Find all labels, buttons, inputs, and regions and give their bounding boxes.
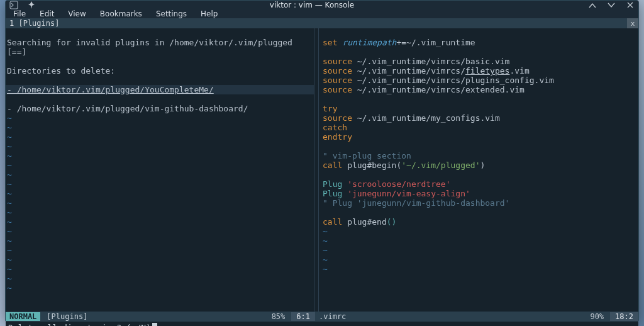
tilde: ~ bbox=[323, 245, 328, 255]
kw-call: call bbox=[323, 160, 342, 170]
tilde: ~ bbox=[7, 123, 12, 132]
right-cursor-pos: 18:2 bbox=[610, 312, 638, 321]
tilde: ~ bbox=[323, 236, 328, 245]
paren-close: ) bbox=[480, 160, 485, 170]
kw-source: source bbox=[323, 57, 352, 66]
menubar: File Edit View Bookmarks Settings Help bbox=[6, 9, 638, 18]
src-ft-c: .vim bbox=[509, 66, 529, 76]
tilde: ~ bbox=[7, 198, 12, 208]
src-mycfg: ~/.vim_runtime/my_configs.vim bbox=[352, 113, 500, 123]
src-plugcfg: ~/.vim_runtime/vimrcs/plugins_config.vim bbox=[352, 76, 554, 85]
rtp-rest: +=~/.vim_runtime bbox=[396, 38, 475, 47]
menu-help[interactable]: Help bbox=[201, 9, 218, 18]
paren-plugend: () bbox=[387, 217, 397, 227]
app-logo-icon bbox=[9, 1, 18, 9]
menu-edit[interactable]: Edit bbox=[40, 9, 54, 18]
comment-vimplug: " vim-plug section bbox=[323, 151, 411, 160]
tilde: ~ bbox=[7, 151, 12, 160]
mode-indicator: NORMAL bbox=[6, 312, 40, 321]
left-cursor-pos: 6:1 bbox=[291, 312, 315, 321]
pc-line-search: Searching for invalid plugins in /home/v… bbox=[7, 38, 292, 47]
window-title: viktor : vim — Konsole bbox=[36, 1, 588, 9]
src-basic: ~/.vim_runtime/vimrcs/basic.vim bbox=[352, 57, 509, 66]
menu-file[interactable]: File bbox=[13, 9, 26, 18]
tilde: ~ bbox=[7, 132, 12, 142]
vertical-split-bar[interactable] bbox=[314, 28, 319, 312]
str-nerdtree: 'scrooloose/nerdtree' bbox=[347, 179, 450, 189]
konsole-window: viktor : vim — Konsole File Edit View Bo… bbox=[5, 0, 639, 321]
menu-bookmarks[interactable]: Bookmarks bbox=[100, 9, 142, 18]
menu-settings[interactable]: Settings bbox=[156, 9, 187, 18]
src-ft-b: filetypes bbox=[465, 66, 509, 76]
kw-source: source bbox=[323, 76, 352, 85]
tilde: ~ bbox=[7, 264, 12, 274]
tilde: ~ bbox=[323, 255, 328, 264]
right-filename: .vimrc bbox=[319, 312, 352, 321]
kw-endtry: endtry bbox=[323, 132, 352, 142]
str-plugpath: '~/.vim/plugged' bbox=[401, 160, 480, 170]
vim-tabline: 1 [Plugins] x bbox=[6, 18, 638, 28]
tilde: ~ bbox=[7, 245, 12, 255]
terminal-area[interactable]: 1 [Plugins] x Searching for invalid plug… bbox=[6, 18, 638, 326]
tilde: ~ bbox=[7, 208, 12, 217]
cursor-icon bbox=[152, 323, 157, 326]
tilde: ~ bbox=[323, 227, 328, 236]
minimize-button[interactable] bbox=[588, 1, 597, 9]
kw-source: source bbox=[323, 66, 352, 76]
kw-source: source bbox=[323, 113, 352, 123]
statusline-right: .vimrc 90% 18:2 bbox=[315, 312, 638, 322]
tilde: ~ bbox=[7, 170, 12, 179]
src-ft-a: ~/.vim_runtime/vimrcs/ bbox=[352, 66, 465, 76]
command-line[interactable]: Delete all directories? (y/N) bbox=[6, 322, 638, 326]
left-pane-plugclean[interactable]: Searching for invalid plugins in /home/v… bbox=[6, 28, 314, 312]
kw-catch: catch bbox=[323, 123, 347, 132]
tilde: ~ bbox=[7, 283, 12, 293]
tilde: ~ bbox=[7, 189, 12, 198]
opt-rtp: runtimepath bbox=[342, 38, 396, 47]
pc-line-dir1: - /home/viktor/.vim/plugged/YouCompleteM… bbox=[6, 85, 314, 94]
menu-view[interactable]: View bbox=[68, 9, 86, 18]
maximize-button[interactable] bbox=[607, 1, 616, 9]
statusline-left: NORMAL [Plugins] 85% 6:1 bbox=[6, 312, 315, 322]
pc-line-dir2: - /home/viktor/.vim/plugged/vim-github-d… bbox=[7, 104, 248, 113]
kw-plug: Plug bbox=[323, 189, 347, 198]
pin-icon[interactable] bbox=[27, 1, 36, 9]
vim-tab-close[interactable]: x bbox=[627, 18, 638, 28]
kw-source: source bbox=[323, 85, 352, 94]
statusline-row: NORMAL [Plugins] 85% 6:1 .vimrc 90% 18:2 bbox=[6, 312, 638, 322]
kw-set: set bbox=[323, 38, 337, 47]
tilde: ~ bbox=[7, 274, 12, 283]
pc-line-progress: [==] bbox=[7, 47, 26, 57]
svg-rect-0 bbox=[10, 1, 18, 9]
str-easyalign: 'junegunn/vim-easy-align' bbox=[347, 189, 470, 198]
tilde: ~ bbox=[7, 255, 12, 264]
tilde: ~ bbox=[7, 160, 12, 170]
left-percent: 85% bbox=[265, 312, 292, 321]
tilde: ~ bbox=[323, 264, 328, 274]
kw-call: call bbox=[323, 217, 342, 227]
tilde: ~ bbox=[7, 236, 12, 245]
right-percent: 90% bbox=[584, 312, 610, 321]
tilde: ~ bbox=[7, 217, 12, 227]
fn-plugbegin: plug#begin( bbox=[342, 160, 401, 170]
tilde: ~ bbox=[7, 179, 12, 189]
fn-plugend: plug#end bbox=[342, 217, 386, 227]
comment-ghdash: " Plug 'junegunn/vim-github-dashboard' bbox=[323, 198, 509, 208]
tilde: ~ bbox=[7, 227, 12, 236]
pc-line-header: Directories to delete: bbox=[7, 66, 115, 76]
tilde: ~ bbox=[7, 142, 12, 151]
close-button[interactable] bbox=[626, 1, 635, 9]
tilde: ~ bbox=[7, 113, 12, 123]
right-pane-vimrc[interactable]: set runtimepath+=~/.vim_runtime source ~… bbox=[319, 28, 638, 312]
vim-tab-label[interactable]: 1 [Plugins] bbox=[6, 19, 63, 28]
kw-plug: Plug bbox=[323, 179, 347, 189]
titlebar: viktor : vim — Konsole bbox=[6, 1, 638, 9]
kw-try: try bbox=[323, 104, 337, 113]
src-ext: ~/.vim_runtime/vimrcs/extended.vim bbox=[352, 85, 525, 94]
left-filename: [Plugins] bbox=[40, 312, 94, 321]
cmdline-prompt: Delete all directories? (y/N) bbox=[8, 323, 151, 327]
